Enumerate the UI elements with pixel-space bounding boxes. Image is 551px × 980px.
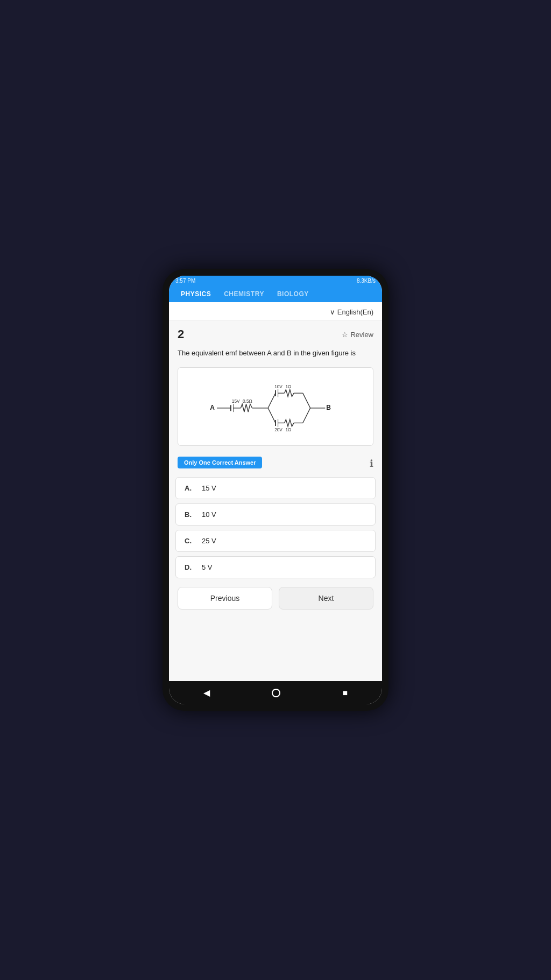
time-display: 3:57 PM [175,278,195,284]
option-d-value: 5 V [202,563,213,571]
tab-chemistry[interactable]: CHEMISTRY [217,286,271,302]
svg-line-9 [268,408,276,423]
home-icon[interactable] [272,689,280,697]
bottom-nav: ◀ ■ [169,681,382,704]
answer-type-badge: Only One Correct Answer [178,457,262,468]
option-b[interactable]: B. 10 V [175,503,376,526]
option-b-label: B. [185,510,195,519]
recents-icon[interactable]: ■ [336,686,355,700]
circuit-diagram: A 15V 0.5Ω [178,367,373,446]
review-label: Review [350,331,373,339]
svg-text:0.5Ω: 0.5Ω [243,398,252,403]
language-bar: ∨ English(En) [169,304,382,321]
nav-buttons: Previous Next [169,580,382,616]
option-d[interactable]: D. 5 V [175,556,376,578]
svg-text:1Ω: 1Ω [285,427,291,432]
phone-screen: 3:57 PM 8.3KB/s PHYSICS CHEMISTRY BIOLOG… [169,276,382,704]
question-number: 2 [178,327,184,341]
previous-button[interactable]: Previous [178,587,272,610]
question-header: 2 ☆ Review [169,321,382,346]
option-a-value: 15 V [202,484,216,492]
question-text: The equivalent emf between A and B in th… [169,346,382,365]
chevron-down-icon: ∨ [330,308,335,316]
phone-frame: 3:57 PM 8.3KB/s PHYSICS CHEMISTRY BIOLOG… [163,269,388,711]
star-icon: ☆ [342,331,348,339]
node-a-label: A [210,404,215,411]
svg-text:20V: 20V [274,427,282,432]
svg-line-23 [303,408,310,423]
option-a-label: A. [185,484,195,492]
option-b-value: 10 V [202,510,216,519]
content-area: ∨ English(En) 2 ☆ Review The equivalent … [169,304,382,681]
node-b-label: B [326,404,331,411]
option-c-label: C. [185,537,195,545]
review-button[interactable]: ☆ Review [342,331,373,339]
tab-biology[interactable]: BIOLOGY [271,286,315,302]
svg-text:15V: 15V [232,398,240,403]
svg-text:1Ω: 1Ω [285,383,291,389]
answer-type-row: ℹ Only One Correct Answer [169,452,382,475]
back-icon[interactable]: ◀ [197,685,216,700]
option-c-value: 25 V [202,537,216,545]
option-a[interactable]: A. 15 V [175,477,376,499]
nav-tabs: PHYSICS CHEMISTRY BIOLOGY [169,286,382,304]
network-speed: 8.3KB/s [357,278,376,284]
status-bar: 3:57 PM 8.3KB/s [169,276,382,286]
svg-line-22 [303,393,310,408]
svg-text:10V: 10V [274,383,282,389]
language-selector[interactable]: ∨ English(En) [330,308,373,316]
option-d-label: D. [185,563,195,571]
option-c[interactable]: C. 25 V [175,530,376,552]
options-container: A. 15 V B. 10 V C. 25 V D. 5 V [169,475,382,580]
next-button[interactable]: Next [279,587,373,610]
language-label: English(En) [337,308,373,316]
info-icon[interactable]: ℹ [370,458,373,470]
tab-physics[interactable]: PHYSICS [174,286,217,304]
circuit-svg: A 15V 0.5Ω [206,374,345,439]
svg-line-8 [268,393,276,408]
